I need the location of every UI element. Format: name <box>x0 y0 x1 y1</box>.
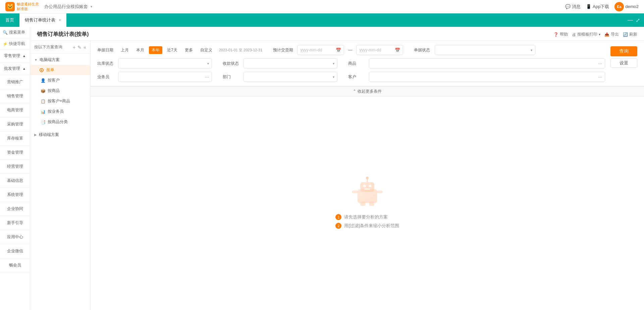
pc-group-arrow: ▼ <box>34 58 38 62</box>
print-icon: 🖨 <box>572 32 576 37</box>
sidebar-wholesale-label: 批发管理 <box>4 66 20 71</box>
mobile-group-arrow: ▶ <box>34 133 37 137</box>
app-download-button[interactable]: 📱 App下载 <box>586 4 609 10</box>
add-scheme-button[interactable]: + <box>73 45 75 50</box>
sidebar-item-wechat[interactable]: 企业微信 <box>0 244 30 258</box>
receipt-status-select[interactable]: ▾ <box>244 58 337 68</box>
export-button[interactable]: 📤 导出 <box>604 32 619 37</box>
sidebar-item-inventory[interactable]: 库存核算 <box>0 132 30 146</box>
step-1-text: 请先选择要分析的方案 <box>344 214 388 220</box>
empty-step-1: 1 请先选择要分析的方案 <box>335 214 399 220</box>
sidebar-quick-nav[interactable]: ⚡ 快捷导航 <box>0 38 30 50</box>
settings-button[interactable]: 设置 <box>610 58 637 68</box>
sidebar-search[interactable]: 🔍 搜索菜单 <box>0 27 30 38</box>
logo-text: 畅捷通好生意 标准版 <box>17 2 39 11</box>
logo-area: 🐱 畅捷通好生意 标准版 <box>5 2 39 11</box>
message-icon: 💬 <box>565 4 571 9</box>
sidebar-item-system[interactable]: 系统管理 <box>0 188 30 202</box>
expected-date-start[interactable]: yyyy-mm-dd 📅 <box>297 45 344 55</box>
sidebar-item-member[interactable]: 畅会员 <box>0 258 30 272</box>
dept-select[interactable]: ▾ <box>244 72 337 82</box>
query-button[interactable]: 查询 <box>610 46 637 56</box>
sidebar-item-wholesale[interactable]: 批发管理 ▲ <box>0 62 30 75</box>
tab-minimize-button[interactable]: — <box>628 17 633 23</box>
svg-rect-3 <box>369 185 371 187</box>
download-icon: 📱 <box>586 4 591 9</box>
doc-status-arrow: ▾ <box>531 48 532 52</box>
scheme-item-by-product[interactable]: 📦 按商品 <box>30 86 90 96</box>
customer-more-icon[interactable]: ··· <box>598 74 602 80</box>
calendar-end-icon[interactable]: 📅 <box>395 48 400 53</box>
empty-step-2: 2 用[过滤]条件来缩小分析范围 <box>335 223 399 229</box>
scheme-group-mobile-header[interactable]: ▶ 移动端方案 <box>30 130 90 140</box>
empty-icon <box>351 175 384 209</box>
date-btn-this-year[interactable]: 本年 <box>149 46 162 54</box>
sidebar-item-newuser[interactable]: 新手引导 <box>0 216 30 230</box>
edit-scheme-button[interactable]: ✎ <box>77 45 82 50</box>
tab-active[interactable]: 销售订单统计表 × <box>19 13 66 27</box>
receipt-status-arrow: ▾ <box>333 62 334 65</box>
scheme-item-by-cust-prod[interactable]: 📋 按客户+商品 <box>30 96 90 106</box>
filter-row-2: 出库状态 ▾ 收款状态 ▾ 商品 <box>97 58 605 68</box>
sidebar-item-marketing[interactable]: 营销推广 <box>0 75 30 89</box>
results-area: 1 请先选择要分析的方案 2 用[过滤]条件来缩小分析范围 <box>91 97 644 310</box>
staff-more-icon[interactable]: ··· <box>205 74 209 80</box>
scheme-item-by-customer[interactable]: 👤 按客户 <box>30 75 90 86</box>
product-label: 商品 <box>348 61 365 66</box>
date-btn-custom[interactable]: 自定义 <box>198 46 215 54</box>
top-bar: 🐱 畅捷通好生意 标准版 办公用品行业模拟账套 ▾ 💬 消息 📱 App下载 E… <box>0 0 644 13</box>
tab-maximize-button[interactable]: ⤢ <box>636 17 640 23</box>
print-dropdown-arrow[interactable]: ▾ <box>599 33 600 36</box>
doc-status-label: 单据状态 <box>414 47 431 53</box>
scheme-item-by-order-label: 按单 <box>46 67 54 73</box>
sidebar-item-operations[interactable]: 经营管理 <box>0 160 30 174</box>
left-panel-actions: + ✎ « <box>73 45 86 50</box>
sidebar-item-appcenter[interactable]: 应用中心 <box>0 230 30 244</box>
date-btn-this-month[interactable]: 本月 <box>133 46 147 54</box>
product-more-icon[interactable]: ··· <box>598 61 602 66</box>
scheme-group-pc-header[interactable]: ▼ 电脑端方案 <box>30 55 90 65</box>
app-dropdown-arrow[interactable]: ▾ <box>91 5 92 8</box>
main-layout: 🔍 搜索菜单 ⚡ 快捷导航 零售管理 ▲ 批发管理 ▲ 营销推广 销售管理 电商… <box>0 27 644 310</box>
doc-status-select[interactable]: ▾ <box>435 45 535 55</box>
message-button[interactable]: 💬 消息 <box>565 4 581 10</box>
scheme-item-by-order[interactable]: 按单 <box>30 65 90 75</box>
scheme-item-by-category[interactable]: 📑 按商品分类 <box>30 117 90 127</box>
product-select[interactable]: ··· <box>369 58 605 68</box>
collapse-bar[interactable]: ⌃ 收起更多条件 <box>91 86 644 97</box>
sidebar-item-sales[interactable]: 销售管理 <box>0 89 30 103</box>
sidebar-item-purchase[interactable]: 采购管理 <box>0 117 30 132</box>
out-status-select[interactable]: ▾ <box>118 58 212 68</box>
sidebar-item-ecommerce[interactable]: 电商管理 <box>0 103 30 117</box>
filter-area: 单据日期 上月 本月 本年 近7天 更多 自定义 2023-01-01 至 20… <box>91 41 644 86</box>
date-btn-more[interactable]: 更多 <box>182 46 196 54</box>
date-btn-last7[interactable]: 近7天 <box>164 46 180 54</box>
sidebar-retail-label: 零售管理 <box>4 53 20 59</box>
collapse-panel-button[interactable]: « <box>84 45 86 50</box>
calendar-start-icon[interactable]: 📅 <box>336 48 341 53</box>
refresh-button[interactable]: 🔄 刷新 <box>623 32 637 37</box>
sidebar-item-base[interactable]: 基础信息 <box>0 174 30 188</box>
scheme-group-mobile: ▶ 移动端方案 <box>30 128 90 141</box>
help-button[interactable]: ❓ 帮助 <box>553 32 568 37</box>
sidebar-item-retail[interactable]: 零售管理 ▲ <box>0 50 30 62</box>
tab-close-button[interactable]: × <box>59 18 61 22</box>
sidebar-item-finance[interactable]: 资金管理 <box>0 146 30 160</box>
svg-rect-10 <box>365 189 370 190</box>
sidebar-item-enterprise[interactable]: 企业协同 <box>0 202 30 216</box>
svg-rect-8 <box>352 191 358 193</box>
refresh-icon: 🔄 <box>623 32 628 37</box>
tab-home[interactable]: 首页 <box>0 13 19 27</box>
print-button[interactable]: 🖨 按模板打印 ▾ <box>572 32 600 37</box>
scheme-item-by-staff[interactable]: 📊 按业务员 <box>30 106 90 117</box>
date-btn-last-month[interactable]: 上月 <box>118 46 131 54</box>
user-profile[interactable]: Ea demo2 <box>614 2 639 11</box>
date-range-display: 2023-01-01 至 2023-12-31 <box>219 48 263 53</box>
staff-icon: 📊 <box>40 109 46 114</box>
expected-date-end[interactable]: yyyy-mm-dd 📅 <box>356 45 403 55</box>
avatar: Ea <box>614 2 624 11</box>
dept-label: 部门 <box>223 74 239 80</box>
staff-select[interactable]: ··· <box>118 72 212 82</box>
svg-rect-6 <box>360 202 365 206</box>
customer-select[interactable]: ··· <box>369 72 605 82</box>
